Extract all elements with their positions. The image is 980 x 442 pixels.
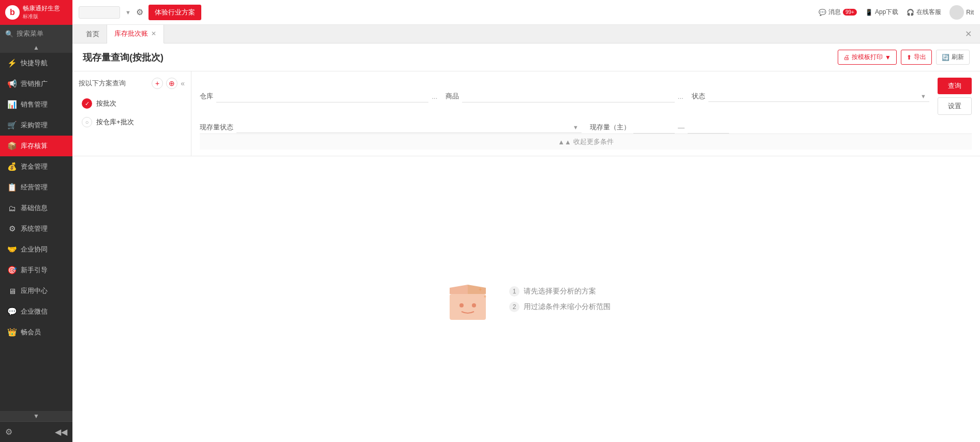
sidebar-item-system[interactable]: ⚙ 系统管理 — [0, 218, 72, 239]
message-action[interactable]: 💬 消息 99+ — [819, 8, 857, 17]
inventory-status-dropdown-icon: ▼ — [573, 124, 578, 130]
scheme-panel-title: 按以下方案查询 — [79, 79, 126, 88]
inventory-qty-filter: 现存量（主） — — [590, 121, 972, 134]
scroll-down-button[interactable]: ▼ — [0, 411, 72, 421]
topbar: ▼ ⚙ 体验行业方案 💬 消息 99+ 📱 App下载 🎧 在线客服 Rit — [72, 0, 980, 25]
service-action[interactable]: 🎧 在线客服 — [907, 8, 941, 17]
filter-row-2: 现存量状态 ▼ 现存量（主） — — [200, 121, 972, 134]
page-header-actions: 🖨 按模板打印 ▼ ⬆ 导出 🔄 刷新 — [838, 50, 970, 65]
message-badge: 99+ — [843, 9, 857, 16]
svg-text:✦: ✦ — [483, 294, 487, 299]
settings-icon[interactable]: ⚙ — [5, 427, 12, 437]
product-label: 商品 — [446, 92, 459, 101]
experience-button[interactable]: 体验行业方案 — [149, 5, 201, 20]
export-button[interactable]: ⬆ 导出 — [901, 50, 932, 65]
operation-icon: 📋 — [7, 183, 17, 192]
sidebar-header: b 畅康通好生意 标准版 — [0, 0, 72, 25]
topbar-actions: 💬 消息 99+ 📱 App下载 🎧 在线客服 Rit — [819, 5, 974, 20]
inventory-qty-to-input[interactable] — [688, 121, 729, 134]
status-select[interactable]: ▼ — [708, 91, 929, 102]
sidebar-item-purchase[interactable]: 🛒 采购管理 — [0, 115, 72, 136]
sidebar-item-finance[interactable]: 💰 资金管理 — [0, 156, 72, 177]
tab-close-icon[interactable]: ✕ — [151, 30, 156, 37]
sidebar-item-newbie[interactable]: 🎯 新手引导 — [0, 260, 72, 281]
service-label: 在线客服 — [916, 8, 941, 17]
print-icon: 🖨 — [843, 54, 850, 61]
sidebar-search-label: 搜索菜单 — [17, 29, 43, 38]
sidebar-footer: ⚙ ◀◀ — [0, 421, 72, 442]
tab-home[interactable]: 首页 — [79, 25, 107, 43]
sidebar-item-enterprise[interactable]: 🤝 企业协同 — [0, 239, 72, 260]
sidebar-item-apps[interactable]: 🖥 应用中心 — [0, 281, 72, 301]
empty-illustration: ✦ ✦ — [442, 273, 494, 325]
manage-scheme-button[interactable]: ⊕ — [166, 78, 177, 89]
print-label: 按模板打印 — [852, 53, 883, 62]
app-download-action[interactable]: 📱 App下载 — [865, 8, 898, 17]
sidebar-item-label: 畅会员 — [21, 328, 41, 337]
svg-text:✦: ✦ — [478, 287, 482, 292]
message-label: 消息 — [828, 8, 841, 17]
sales-icon: 📊 — [7, 100, 17, 109]
empty-hint-2: 2 用过滤条件来缩小分析范围 — [509, 302, 611, 312]
app-download-icon: 📱 — [865, 9, 873, 16]
topbar-search-input[interactable] — [79, 6, 120, 19]
member-icon: 👑 — [7, 328, 17, 337]
tabbar-close-icon[interactable]: ✕ — [963, 27, 974, 41]
warehouse-label: 仓库 — [200, 92, 213, 101]
warehouse-more[interactable]: ... — [432, 93, 437, 100]
print-dropdown-icon[interactable]: ▼ — [885, 54, 891, 61]
sidebar-item-label: 库存核算 — [21, 141, 48, 151]
user-action[interactable]: Rit — [949, 5, 974, 20]
scheme-item-by-warehouse-batch[interactable]: ○ 按仓库+批次 — [79, 113, 185, 131]
product-input[interactable] — [462, 90, 674, 102]
dropdown-arrow-icon[interactable]: ▼ — [125, 9, 131, 16]
settings-button[interactable]: 设置 — [938, 97, 972, 115]
svg-point-4 — [472, 303, 476, 307]
warehouse-input[interactable] — [216, 90, 428, 102]
export-icon: ⬆ — [907, 54, 912, 61]
sidebar-item-member[interactable]: 👑 畅会员 — [0, 322, 72, 343]
purchase-icon: 🛒 — [7, 121, 17, 130]
marketing-icon: 📢 — [7, 79, 17, 89]
scheme-panel-actions: + ⊕ « — [152, 78, 185, 89]
sidebar-item-wechat[interactable]: 💬 企业微信 — [0, 301, 72, 322]
sidebar-item-label: 资金管理 — [21, 162, 48, 171]
finance-icon: 💰 — [7, 162, 17, 171]
scheme-item-by-batch[interactable]: ✓ 按批次 — [79, 94, 185, 113]
sidebar-item-quick-nav[interactable]: ⚡ 快捷导航 — [0, 53, 72, 73]
inventory-status-filter: 现存量状态 ▼ — [200, 122, 582, 133]
refresh-icon: 🔄 — [942, 54, 949, 61]
sidebar-item-sales[interactable]: 📊 销售管理 — [0, 94, 72, 115]
sidebar-search[interactable]: 🔍 搜索菜单 — [0, 25, 72, 42]
product-more[interactable]: ... — [678, 93, 684, 100]
query-button[interactable]: 查询 — [938, 78, 972, 94]
sidebar-app-title: 畅康通好生意 — [23, 5, 60, 13]
sidebar-item-label: 经营管理 — [21, 183, 48, 192]
sidebar-item-basic[interactable]: 🗂 基础信息 — [0, 198, 72, 218]
sidebar-item-label: 基础信息 — [21, 203, 48, 213]
scroll-up-button[interactable]: ▲ — [0, 42, 72, 53]
apps-icon: 🖥 — [7, 287, 17, 296]
service-icon: 🎧 — [907, 9, 914, 16]
sidebar-logo: b — [5, 5, 20, 20]
app-download-label: App下载 — [875, 8, 898, 17]
tab-inventory-batch[interactable]: 库存批次账 ✕ — [107, 25, 164, 43]
hint-1-text: 请先选择要分析的方案 — [524, 287, 596, 296]
inventory-qty-from-input[interactable] — [633, 121, 675, 134]
print-button[interactable]: 🖨 按模板打印 ▼ — [838, 50, 897, 65]
sidebar-item-marketing[interactable]: 📢 营销推广 — [0, 73, 72, 94]
sidebar-item-label: 新手引导 — [21, 266, 48, 275]
topbar-gear-icon[interactable]: ⚙ — [136, 7, 143, 17]
status-label: 状态 — [692, 92, 705, 101]
collapse-up-icon: ▲▲ — [558, 138, 571, 146]
status-dropdown-icon: ▼ — [920, 93, 926, 99]
collapse-sidebar-icon[interactable]: ◀◀ — [55, 427, 67, 437]
sidebar-item-inventory[interactable]: 📦 库存核算 — [0, 136, 72, 156]
inventory-status-select[interactable]: ▼ — [236, 122, 582, 133]
sidebar-item-operation[interactable]: 📋 经营管理 — [0, 177, 72, 198]
collapse-more-button[interactable]: ▲▲ 收起更多条件 — [200, 134, 972, 150]
add-scheme-button[interactable]: + — [152, 78, 163, 89]
refresh-button[interactable]: 🔄 刷新 — [936, 50, 970, 65]
scheme-collapse-icon[interactable]: « — [181, 79, 185, 87]
collapse-label: 收起更多条件 — [573, 137, 614, 146]
